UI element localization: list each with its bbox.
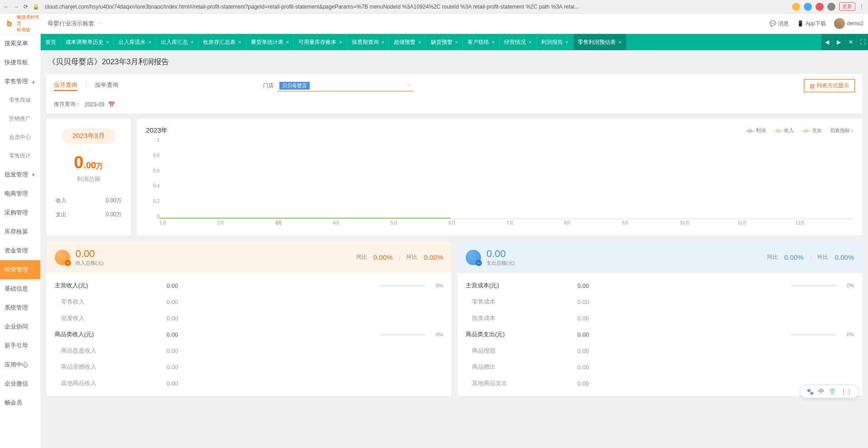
sidebar-item[interactable]: 企业协同 — [0, 317, 40, 336]
sidebar-item[interactable]: 批发管理▼ — [0, 165, 40, 184]
lock-icon: 🔒 — [33, 4, 39, 10]
sidebar-item[interactable]: 电商管理 — [0, 184, 40, 203]
tab[interactable]: 成本调整单历史× — [61, 34, 114, 50]
tabs-prev-button[interactable]: ◀ — [821, 34, 833, 50]
edition-label: 标准版 — [17, 27, 41, 33]
app-download-link[interactable]: 📱App下载 — [797, 20, 826, 28]
expense-pane: 0.00 支出总额(元) 同比 0.00% | 环比 0.00% 主营成本(元)… — [457, 241, 863, 396]
close-icon[interactable]: × — [238, 39, 241, 45]
messages-link[interactable]: 💬消息 — [769, 20, 789, 28]
sidebar-item[interactable]: 应用中心 — [0, 355, 40, 374]
lang-widget[interactable]: 🐾 中 👕 ⋮⋮ — [800, 385, 859, 398]
tab[interactable]: 客户联络× — [463, 34, 500, 50]
legend-income[interactable]: 收入 — [774, 127, 794, 134]
tab[interactable]: 可用量库存账本× — [294, 34, 347, 50]
shirt-icon: 👕 — [829, 388, 836, 395]
expense-amount: 0.00 — [486, 248, 514, 260]
sidebar-item[interactable]: 会员中心 — [0, 128, 40, 147]
menu-icon[interactable]: ⋮ — [859, 4, 864, 10]
app-header: b 畅捷通好生意 标准版 母婴行业演示账套 ﹀ 💬消息 📱App下载 demo2 — [0, 14, 868, 34]
close-icon[interactable]: × — [566, 39, 568, 45]
sidebar-item[interactable]: 快捷导航 — [0, 53, 40, 72]
query-year-tab[interactable]: 按年查询 — [95, 81, 118, 91]
close-icon[interactable]: × — [382, 39, 384, 45]
tab[interactable]: 经营情况× — [500, 34, 536, 50]
close-icon[interactable]: × — [455, 39, 458, 45]
tab[interactable]: 首页 — [41, 34, 61, 50]
tab[interactable]: 超储预警× — [389, 34, 426, 50]
profit-label: 利润总额 — [53, 175, 124, 183]
update-button[interactable]: 更新 — [839, 2, 855, 11]
url-bar[interactable]: cloud.chanjet.com/hsy/u40or74daqxn/iore3… — [45, 4, 792, 10]
sidebar-item[interactable]: 企业微信 — [0, 374, 40, 393]
ext-icon-3[interactable] — [816, 3, 824, 11]
sidebar-item[interactable]: 零售统计 — [0, 147, 40, 165]
sidebar-item[interactable]: 经营管理 — [0, 260, 40, 279]
close-icon[interactable]: × — [418, 39, 421, 45]
month-query-label: 按月查询： — [54, 100, 81, 108]
close-icon[interactable]: × — [618, 39, 621, 45]
sidebar-item[interactable]: 基础信息 — [0, 279, 40, 298]
sidebar-item[interactable]: 搜索菜单 — [0, 34, 40, 53]
sidebar-item[interactable]: 资金管理 — [0, 241, 40, 260]
detail-row: 商品类收入(元)0.000% — [55, 326, 443, 343]
tabs-expand-button[interactable]: ⛶ — [856, 34, 868, 50]
sidebar-item[interactable]: 库存核算 — [0, 222, 40, 241]
close-icon[interactable]: × — [148, 39, 151, 45]
sidebar-item[interactable]: 营销推广 — [0, 110, 40, 128]
paw-icon: 🐾 — [807, 388, 814, 395]
legend-profit[interactable]: 利润 — [746, 127, 766, 134]
detail-row: 零售收入0.00 — [55, 294, 443, 310]
account-selector[interactable]: 母婴行业演示账套 ﹀ — [47, 19, 103, 28]
tabs-bar: 首页成本调整单历史×出入库流水×出入库汇总×收发存汇总表×要货单统计表×可用量库… — [41, 34, 868, 50]
detail-row: 商品类支出(元)0.000% — [466, 326, 854, 343]
calendar-icon[interactable]: 📅 — [108, 101, 115, 108]
back-icon[interactable]: ← — [4, 4, 9, 10]
close-icon[interactable]: × — [339, 39, 342, 45]
detail-row: 其他商品收入0.00 — [55, 375, 443, 391]
sidebar-item[interactable]: 系统管理 — [0, 298, 40, 317]
income-amount: 0.00 — [75, 248, 104, 260]
close-icon[interactable]: × — [106, 39, 109, 45]
tab[interactable]: 利润报告× — [537, 34, 573, 50]
chevron-down-icon: ﹀ — [407, 82, 411, 89]
tab[interactable]: 保质期查询× — [347, 34, 389, 50]
user-menu[interactable]: demo2 — [834, 18, 863, 29]
list-view-button[interactable]: ▤ 列表方式显示 — [804, 79, 855, 92]
expense-icon — [466, 250, 481, 265]
close-icon[interactable]: × — [492, 39, 495, 45]
ext-icon-2[interactable] — [804, 3, 812, 11]
sidebar-item[interactable]: 零售商城 — [0, 91, 40, 110]
ext-icon-4[interactable] — [827, 3, 835, 11]
grip-icon: ⋮⋮ — [840, 388, 852, 395]
legend-expense[interactable]: 支出 — [802, 127, 822, 134]
tab[interactable]: 出入库流水× — [114, 34, 156, 50]
message-icon: 💬 — [769, 20, 776, 27]
sidebar-item[interactable]: 零售管理▲ — [0, 72, 40, 91]
switch-indicator[interactable]: 切换指标 › — [830, 127, 853, 134]
tabs-next-button[interactable]: ▶ — [833, 34, 844, 50]
tab[interactable]: 收发存汇总表× — [198, 34, 246, 50]
sidebar-item[interactable]: 新手引导 — [0, 336, 40, 355]
sidebar: 搜索菜单快捷导航零售管理▲零售商城营销推广会员中心零售统计批发管理▼电商管理采购… — [0, 34, 41, 448]
store-select[interactable]: 贝贝母婴店 ﹀ — [278, 81, 413, 91]
close-icon[interactable]: × — [528, 39, 531, 45]
tab[interactable]: 零售利润预估表× — [573, 34, 626, 50]
close-icon[interactable]: × — [191, 39, 193, 45]
sidebar-item[interactable]: 采购管理 — [0, 203, 40, 222]
close-icon[interactable]: × — [286, 39, 289, 45]
reload-icon[interactable]: ⟳ — [24, 4, 28, 10]
chevron-down-icon: ﹀ — [98, 20, 103, 27]
tab[interactable]: 缺货预警× — [426, 34, 463, 50]
summary-card: 2023年3月 0.00万 利润总额 收入0.00万 支出0.00万 — [46, 119, 131, 236]
tabs-close-button[interactable]: ✕ — [844, 34, 856, 50]
tab[interactable]: 出入库汇总× — [156, 34, 198, 50]
query-month-tab[interactable]: 按月查询 — [54, 81, 77, 91]
forward-icon[interactable]: → — [14, 4, 19, 10]
ext-icon-1[interactable] — [792, 3, 800, 11]
tab[interactable]: 要货单统计表× — [246, 34, 294, 50]
detail-row: 零售成本0.00 — [466, 294, 854, 310]
expense-label: 支出总额(元) — [486, 260, 514, 267]
logo-icon: b — [5, 18, 14, 29]
sidebar-item[interactable]: 畅会员 — [0, 393, 40, 412]
